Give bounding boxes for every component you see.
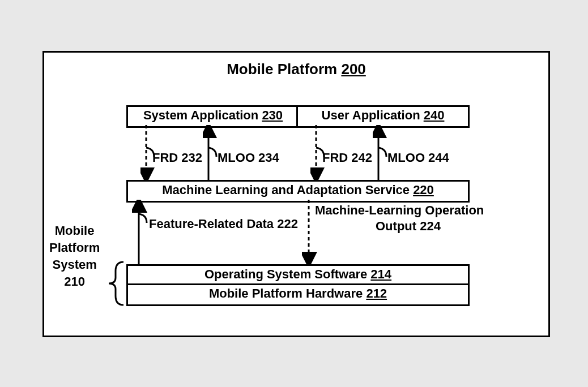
hw-text: Mobile Platform Hardware [209,286,363,300]
feature-related-data-222-label: Feature-Related Data 222 [149,217,298,231]
hw-ref: 212 [366,286,387,300]
mlo-output-224-label-line2: Output 224 [376,219,441,234]
mps-line4: 210 [64,274,85,289]
mps-brace-icon [106,261,126,306]
mlas-box: Machine Learning and Adaptation Service … [126,180,470,203]
title-ref: 200 [341,61,365,78]
mloo-244-arrow [373,125,395,181]
mloo-244-label: MLOO 244 [387,150,449,165]
mloo-234-arrow [203,125,225,181]
mobile-platform-frame: Mobile Platform 200 System Application 2… [42,51,550,337]
mps-line3: System [52,257,96,272]
mlas-ref: 220 [413,183,434,197]
mloo-234-label: MLOO 234 [218,150,279,165]
diagram-title: Mobile Platform 200 [44,61,548,78]
mlas-text: Machine Learning and Adaptation Service [162,183,410,197]
feature-related-data-222-arrow [132,200,155,265]
title-text: Mobile Platform [227,61,337,78]
oss-text: Operating System Software [204,267,367,281]
mps-line1: Mobile [55,223,95,238]
system-application-box: System Application 230 [126,105,300,128]
system-application-ref: 230 [262,108,283,122]
mobile-platform-hardware-box: Mobile Platform Hardware 212 [126,283,470,306]
user-application-ref: 240 [424,108,445,122]
user-application-text: User Application [322,108,420,122]
mlo-output-224-arrow [302,200,325,265]
mobile-platform-system-210-label: Mobile Platform System 210 [49,222,100,290]
system-application-text: System Application [143,108,258,122]
mps-line2: Platform [49,240,100,255]
user-application-box: User Application 240 [296,105,470,128]
mlo-output-224-label-line1: Machine-Learning Operation [315,203,484,218]
oss-ref: 214 [370,267,391,281]
frd-232-arrow [140,125,163,181]
frd-242-arrow [310,125,333,181]
